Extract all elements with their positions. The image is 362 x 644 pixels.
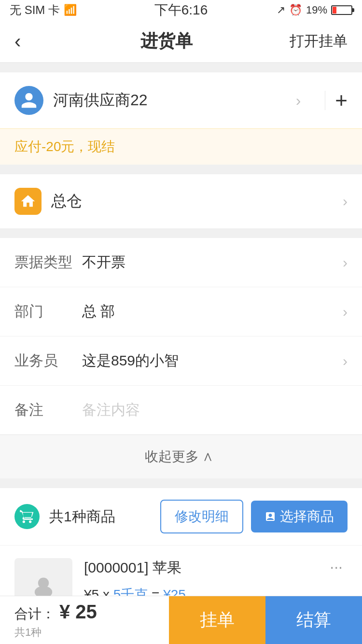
supplier-avatar	[14, 86, 43, 115]
warehouse-row[interactable]: 总仓 ›	[0, 174, 362, 228]
page-title: 进货单	[140, 29, 193, 53]
battery-percent: 19%	[306, 4, 327, 16]
total-count: 共1种	[14, 625, 154, 640]
section-gap-2	[0, 165, 362, 174]
home-icon	[20, 193, 36, 210]
back-button[interactable]: ‹	[14, 30, 43, 52]
select-product-label: 选择商品	[280, 507, 334, 526]
warehouse-name: 总仓	[51, 191, 343, 212]
supplier-name: 河南供应商22	[53, 90, 296, 111]
warehouse-icon	[14, 188, 42, 215]
product-code: [0000001]	[84, 560, 148, 575]
section-gap-1	[0, 63, 362, 72]
supplier-chevron-icon: ›	[296, 92, 301, 110]
products-icon	[14, 504, 40, 529]
product-name: [0000001] 苹果	[84, 558, 325, 578]
notes-row[interactable]: 备注 备注内容	[0, 386, 362, 434]
select-product-button[interactable]: 选择商品	[251, 501, 348, 532]
status-bar-right: ↗ ⏰ 19%	[277, 4, 352, 16]
collapse-label: 收起更多 ∧	[145, 448, 214, 466]
products-count-label: 共1种商品	[49, 507, 160, 527]
battery-icon	[331, 5, 352, 15]
warehouse-section: 总仓 ›	[0, 174, 362, 228]
status-bar-time: 下午6:16	[154, 1, 208, 19]
status-bar: 无 SIM 卡 📶 下午6:16 ↗ ⏰ 19%	[0, 0, 362, 20]
select-product-icon	[265, 511, 276, 522]
bottom-bar: 合计： ¥ 25 共1种 挂单 结算	[0, 596, 362, 644]
checkout-label: 结算	[296, 608, 331, 632]
notes-placeholder: 备注内容	[82, 400, 348, 420]
invoice-chevron-icon: ›	[343, 254, 348, 271]
supplier-row[interactable]: 河南供应商22 › +	[0, 72, 362, 128]
total-label: 合计：	[14, 606, 55, 621]
notes-label: 备注	[14, 400, 82, 420]
salesperson-label: 业务员	[14, 351, 82, 371]
product-title: 苹果	[153, 560, 181, 575]
supplier-section: 河南供应商22 › + 应付-20元，现结	[0, 72, 362, 165]
invoice-type-label: 票据类型	[14, 252, 82, 272]
payment-notice: 应付-20元，现结	[0, 128, 362, 165]
alarm-icon: ⏰	[289, 4, 302, 16]
invoice-type-row[interactable]: 票据类型 不开票 ›	[0, 238, 362, 287]
department-row[interactable]: 部门 总 部 ›	[0, 287, 362, 336]
form-section: 票据类型 不开票 › 部门 总 部 › 业务员 这是859的小智 › 备注 备注…	[0, 238, 362, 434]
product-more-button[interactable]: ···	[325, 558, 348, 576]
carrier-label: 无 SIM 卡	[10, 2, 60, 18]
open-pending-button[interactable]: 打开挂单	[290, 31, 348, 51]
total-line1: 合计： ¥ 25	[14, 601, 154, 623]
hang-button[interactable]: 挂单	[169, 596, 265, 644]
section-gap-3	[0, 228, 362, 238]
location-icon: ↗	[277, 4, 285, 16]
salesperson-value: 这是859的小智	[82, 351, 343, 371]
nav-bar: ‹ 进货单 打开挂单	[0, 20, 362, 63]
salesperson-chevron-icon: ›	[343, 353, 348, 369]
wifi-icon: 📶	[64, 4, 77, 16]
department-chevron-icon: ›	[343, 304, 348, 320]
add-button[interactable]: +	[335, 90, 348, 111]
warehouse-chevron-icon: ›	[343, 193, 348, 210]
invoice-type-value: 不开票	[82, 252, 343, 272]
department-value: 总 部	[82, 302, 343, 322]
hang-label: 挂单	[200, 608, 235, 632]
divider	[325, 91, 325, 110]
total-amount: ¥ 25	[59, 601, 97, 622]
salesperson-row[interactable]: 业务员 这是859的小智 ›	[0, 336, 362, 386]
department-label: 部门	[14, 302, 82, 322]
edit-details-button[interactable]: 修改明细	[160, 500, 243, 533]
cart-icon	[19, 509, 35, 524]
person-icon	[20, 91, 38, 110]
collapse-row[interactable]: 收起更多 ∧	[0, 434, 362, 478]
section-gap-4	[0, 478, 362, 488]
bottom-total-area: 合计： ¥ 25 共1种	[0, 596, 169, 644]
products-header: 共1种商品 修改明细 选择商品	[0, 488, 362, 545]
checkout-button[interactable]: 结算	[265, 596, 362, 644]
status-bar-left: 无 SIM 卡 📶	[10, 2, 77, 18]
